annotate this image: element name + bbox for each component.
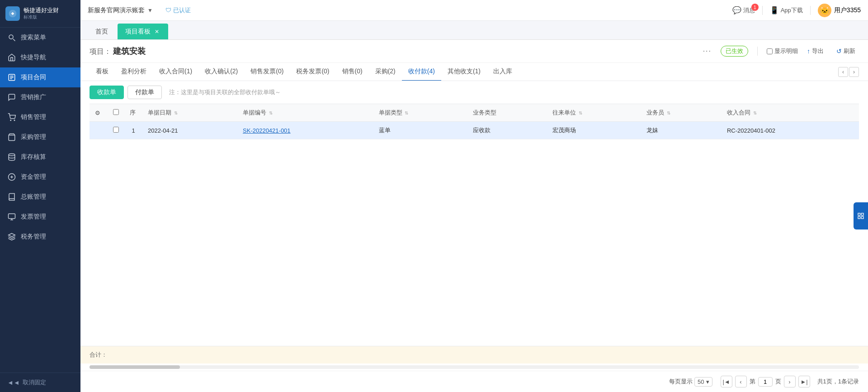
prev-page-btn[interactable]: ‹	[735, 376, 747, 387]
svg-rect-19	[861, 216, 863, 219]
sidebar-item-tax-label: 税务管理	[21, 233, 46, 241]
sidebar-item-purchase[interactable]: 采购管理	[0, 127, 80, 147]
tab-sales-invoice[interactable]: 销售发票(0)	[244, 63, 290, 81]
row-code[interactable]: SK-20220421-001	[237, 122, 373, 139]
tab-profit[interactable]: 盈利分析	[115, 63, 153, 81]
sidebar-item-project-contract[interactable]: 项目合同	[0, 67, 80, 87]
sidebar-item-sales[interactable]: 销售管理	[0, 107, 80, 127]
row-num: 1	[124, 122, 142, 139]
nav-next-arrow[interactable]: ›	[849, 67, 859, 77]
avatar: 🐱	[818, 4, 831, 17]
page-size-select-box[interactable]: 50 ▾	[694, 377, 712, 387]
select-all-checkbox[interactable]	[113, 109, 119, 115]
sidebar-item-marketing-label: 营销推广	[21, 93, 46, 101]
tab-other-expense[interactable]: 其他收支(1)	[441, 63, 487, 81]
sub-tab-payment[interactable]: 付款单	[127, 86, 162, 99]
horizontal-scrollbar[interactable]	[80, 363, 868, 371]
export-btn[interactable]: ↑ 导出	[803, 45, 827, 57]
message-btn[interactable]: 💬 消息 1	[732, 6, 755, 14]
col-date[interactable]: 单据日期 ⇅	[142, 104, 237, 122]
scrollbar-thumb[interactable]	[90, 365, 180, 369]
row-biz-type: 应收款	[467, 122, 547, 139]
content-area: 项目：建筑安装 ··· 已生效 显示明细 ↑ 导出 ↺ 刷新	[80, 40, 868, 392]
row-partner: 宏茂商场	[547, 122, 641, 139]
page-number-input[interactable]	[758, 377, 773, 387]
sidebar-item-tax[interactable]: 税务管理	[0, 227, 80, 247]
sidebar-item-marketing[interactable]: 营销推广	[0, 87, 80, 107]
tab-inout[interactable]: 出入库	[487, 63, 519, 81]
sort-icon-partner: ⇅	[579, 110, 582, 115]
scrollbar-track[interactable]	[90, 365, 859, 369]
next-page-btn[interactable]: ›	[784, 376, 796, 387]
refresh-btn[interactable]: ↺ 刷新	[833, 45, 859, 57]
sidebar-item-fund-label: 资金管理	[21, 173, 46, 181]
tab-tax-invoice[interactable]: 税务发票(0)	[290, 63, 335, 81]
tab-income-confirm[interactable]: 收入确认(2)	[198, 63, 244, 81]
tab-collection[interactable]: 收付款(4)	[402, 63, 441, 81]
tab-sales[interactable]: 销售(0)	[336, 63, 369, 81]
first-page-btn[interactable]: |◄	[721, 376, 732, 387]
ledger-icon	[7, 192, 16, 201]
sidebar-item-ledger-label: 总账管理	[21, 193, 46, 201]
row-check[interactable]	[108, 122, 124, 139]
row-checkbox[interactable]	[113, 127, 119, 133]
chevron-down-icon: ▾	[706, 378, 709, 385]
svg-line-2	[13, 39, 15, 41]
col-salesman[interactable]: 业务员 ⇅	[641, 104, 722, 122]
app-download-btn[interactable]: 📱 App下载	[770, 6, 803, 14]
sidebar-item-quick-nav[interactable]: 快捷导航	[0, 48, 80, 67]
col-code[interactable]: 单据编号 ⇅	[237, 104, 373, 122]
sidebar-item-fund[interactable]: 资金管理	[0, 167, 80, 187]
sub-tab-collection[interactable]: 收款单	[90, 86, 124, 99]
page-total: 共1页，1条记录	[817, 378, 859, 386]
right-float-btn[interactable]	[854, 202, 868, 229]
page-header: 项目：建筑安装 ··· 已生效 显示明细 ↑ 导出 ↺ 刷新	[80, 40, 868, 63]
app-edition: 标准版	[24, 14, 59, 20]
show-detail-checkbox[interactable]	[767, 48, 773, 54]
tab-income-contract[interactable]: 收入合同(1)	[153, 63, 198, 81]
show-detail-checkbox-label[interactable]: 显示明细	[767, 47, 798, 55]
demo-account-selector[interactable]: 新服务官网演示账套 ▼	[88, 6, 153, 14]
svg-rect-17	[858, 213, 860, 215]
tab-kanban[interactable]: 看板	[90, 63, 115, 81]
sidebar-header: 畅捷通好业财 标准版	[0, 0, 80, 28]
data-table: ⚙ 序 单据日期 ⇅ 单据编号 ⇅	[90, 104, 859, 139]
col-settings[interactable]: ⚙	[90, 104, 108, 122]
sidebar-unpin-btn[interactable]: ◄◄ 取消固定	[0, 373, 80, 392]
table-row[interactable]: 1 2022-04-21 SK-20220421-001 蓝单 应收款 宏茂商场…	[90, 122, 859, 139]
row-type: 蓝单	[373, 122, 467, 139]
tab-project-board[interactable]: 项目看板 ✕	[118, 24, 168, 39]
sidebar-item-invoice[interactable]: 发票管理	[0, 207, 80, 227]
divider	[762, 6, 763, 15]
sidebar-item-inventory[interactable]: 库存核算	[0, 147, 80, 167]
tax-icon	[7, 232, 16, 241]
last-page-btn[interactable]: ►|	[798, 376, 810, 387]
col-type[interactable]: 单据类型 ⇅	[373, 104, 467, 122]
home-icon	[7, 53, 16, 62]
col-income-contract[interactable]: 收入合同 ⇅	[722, 104, 859, 122]
tab-home[interactable]: 首页	[88, 24, 116, 39]
sidebar-item-search[interactable]: 搜索菜单	[0, 28, 80, 48]
sidebar-item-sales-label: 销售管理	[21, 113, 46, 121]
col-partner[interactable]: 往来单位 ⇅	[547, 104, 641, 122]
svg-rect-18	[861, 213, 863, 215]
tab-close-btn[interactable]: ✕	[153, 29, 160, 35]
sidebar-item-search-label: 搜索菜单	[21, 33, 46, 42]
user-menu[interactable]: 🐱 用户3355	[818, 4, 861, 17]
row-settings	[90, 122, 108, 139]
tab-purchase[interactable]: 采购(2)	[369, 63, 402, 81]
table-wrapper: ⚙ 序 单据日期 ⇅ 单据编号 ⇅	[80, 104, 868, 346]
nav-prev-arrow[interactable]: ‹	[838, 67, 848, 77]
svg-point-1	[9, 35, 13, 39]
svg-rect-20	[858, 216, 860, 219]
phone-icon: 📱	[770, 6, 779, 14]
app-logo	[5, 6, 20, 21]
sidebar-item-ledger[interactable]: 总账管理	[0, 187, 80, 207]
svg-rect-14	[9, 214, 15, 219]
main-content: 新服务官网演示账套 ▼ 🛡 已认证 💬 消息 1 📱 App下载 🐱 用	[80, 0, 868, 392]
more-options-btn[interactable]: ···	[699, 46, 715, 56]
sum-row: 合计：	[80, 346, 868, 363]
verified-badge: 🛡 已认证	[165, 6, 191, 14]
topbar: 新服务官网演示账套 ▼ 🛡 已认证 💬 消息 1 📱 App下载 🐱 用	[80, 0, 868, 21]
sub-tab-note: 注：这里是与项目关联的全部收付款单哦～	[169, 88, 281, 96]
